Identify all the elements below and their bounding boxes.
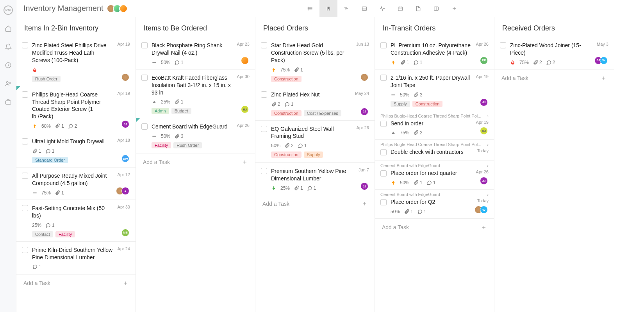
comment-count[interactable]: 1 (417, 209, 426, 214)
comment-count[interactable]: 2 (546, 60, 555, 65)
gantt-view-tab[interactable] (337, 0, 355, 17)
tag[interactable]: Rush Order (173, 142, 202, 148)
avatar[interactable]: SW (121, 155, 129, 162)
attachment-count[interactable]: 2 (413, 130, 423, 135)
avatar[interactable]: J (121, 187, 129, 195)
attachment-count[interactable]: 1 (32, 148, 41, 154)
avatar[interactable]: JJ (121, 120, 129, 128)
task-card[interactable]: Zinc-Plated Wood Joiner (15-Piece) May 3… (494, 37, 614, 70)
add-view-tab[interactable] (445, 0, 463, 17)
parent-reference[interactable]: Cement Board with EdgeGuard› (375, 161, 494, 168)
task-card[interactable]: All Purpose Ready-Mixed Joint Compound (… (16, 168, 136, 200)
add-task-button[interactable]: Add a Task (375, 219, 494, 236)
avatar[interactable]: JJ (360, 108, 368, 116)
task-card[interactable]: 2-1/16 in. x 250 ft. Paper Drywall Joint… (375, 70, 494, 111)
add-task-button[interactable]: Add a Task (255, 195, 375, 212)
header-avatars[interactable] (109, 4, 128, 13)
avatar[interactable]: PP (480, 57, 488, 64)
task-checkbox[interactable] (500, 42, 506, 48)
task-checkbox[interactable] (22, 138, 28, 144)
attachment-count[interactable]: 1 (404, 209, 413, 214)
comment-count[interactable]: 1 (45, 223, 55, 228)
kanban-board[interactable]: Items In 2-Bin Inventory Zinc Plated Ste… (16, 17, 644, 312)
task-card[interactable]: EcoBatt Kraft Faced Fiberglass Insulatio… (136, 70, 255, 119)
parent-reference[interactable]: Philips Bugle-Head Coarse Thread Sharp P… (375, 111, 494, 118)
task-checkbox[interactable] (22, 91, 28, 98)
task-checkbox[interactable] (141, 75, 148, 81)
app-logo[interactable]: PM (4, 5, 13, 15)
tag[interactable]: Rush Order (32, 76, 61, 82)
avatar[interactable]: JJ (480, 98, 488, 106)
avatar[interactable]: RJ (480, 127, 488, 135)
tag[interactable]: Standard Order (32, 157, 68, 163)
task-checkbox[interactable] (380, 121, 387, 127)
task-checkbox[interactable] (380, 42, 387, 48)
task-checkbox[interactable] (141, 123, 148, 130)
task-checkbox[interactable] (261, 168, 267, 174)
attachment-count[interactable]: 2 (271, 102, 280, 107)
comment-count[interactable]: 1 (32, 264, 41, 269)
comment-count[interactable]: 1 (426, 180, 436, 185)
tag[interactable]: Construction (271, 76, 301, 82)
task-card[interactable]: EQ Galvanized Steel Wall Framing Stud Ap… (255, 121, 375, 163)
subtask-card[interactable]: Place order for next quarter Apr 26 50%1… (375, 168, 494, 190)
add-task-button[interactable]: Add a Task (494, 70, 614, 87)
table-view-tab[interactable] (355, 0, 373, 17)
attachment-count[interactable]: 2 (284, 143, 294, 148)
attachment-count[interactable]: 2 (533, 60, 542, 65)
add-task-button[interactable]: Add a Task (136, 153, 255, 171)
avatar[interactable] (241, 57, 249, 64)
task-card[interactable]: Fast-Setting Concrete Mix (50 lbs) Apr 3… (16, 200, 136, 242)
task-card[interactable]: Star Drive Head Gold Construction Screw … (255, 37, 375, 86)
task-checkbox[interactable] (22, 173, 28, 179)
attachment-count[interactable]: 3 (174, 134, 184, 139)
tag[interactable]: Supply (304, 152, 323, 158)
board-view-tab[interactable] (319, 0, 337, 17)
task-card[interactable]: Zinc Plated Hex Nut May 24 21 Constructi… (255, 86, 375, 121)
comment-count[interactable]: 2 (68, 123, 77, 129)
comment-count[interactable]: 1 (284, 102, 294, 107)
task-checkbox[interactable] (261, 91, 267, 98)
subtask-card[interactable]: Double check with contractors Today (375, 147, 494, 161)
briefcase-icon[interactable] (5, 98, 12, 107)
tag[interactable]: Construction (271, 152, 301, 158)
task-checkbox[interactable] (380, 170, 387, 177)
bell-icon[interactable] (5, 43, 12, 52)
comment-count[interactable]: 1 (298, 143, 307, 148)
parent-reference[interactable]: Cement Board with EdgeGuard› (375, 190, 494, 197)
comment-count[interactable]: 1 (307, 185, 316, 191)
tag[interactable]: Facility (152, 142, 171, 148)
task-card[interactable]: Prime Kiln-Dried Southern Yellow Pine Di… (16, 242, 136, 275)
task-card[interactable]: UltraLight Mold Tough Drywall Apr 18 11 … (16, 133, 136, 168)
attachment-count[interactable]: 3 (413, 92, 423, 98)
task-card[interactable]: Premium Southern Yellow Pine Dimensional… (255, 163, 375, 195)
task-checkbox[interactable] (261, 126, 267, 132)
avatar[interactable] (360, 73, 368, 81)
panel-view-tab[interactable] (427, 0, 445, 17)
task-checkbox[interactable] (22, 247, 28, 253)
task-checkbox[interactable] (380, 149, 387, 155)
tag[interactable]: Supply (391, 101, 410, 107)
team-icon[interactable] (5, 80, 12, 88)
attachment-count[interactable]: 1 (413, 180, 423, 185)
tag[interactable]: Cost / Expenses (304, 110, 341, 116)
list-view-tab[interactable] (301, 0, 319, 17)
task-card[interactable]: PL Premium 10 oz. Polyurethane Construct… (375, 37, 494, 70)
home-icon[interactable] (5, 25, 12, 33)
subtask-card[interactable]: Send in order Apr 19 75%2RJ (375, 118, 494, 140)
comment-count[interactable]: 1 (174, 60, 184, 65)
activity-view-tab[interactable] (373, 0, 391, 17)
attachment-count[interactable]: 1 (55, 190, 64, 196)
task-checkbox[interactable] (380, 199, 387, 205)
tag[interactable]: Admn (152, 108, 169, 114)
avatar[interactable]: JJ (360, 182, 368, 190)
task-card[interactable]: Black Phosphate Ring Shank Drywall Nail … (136, 37, 255, 70)
avatar[interactable] (119, 4, 128, 13)
tag[interactable]: Budget (171, 108, 191, 114)
task-checkbox[interactable] (261, 42, 267, 48)
attachment-count[interactable]: 1 (174, 99, 184, 105)
task-card[interactable]: Cement Board with EdgeGuard Apr 26 50%3 … (136, 118, 255, 153)
calendar-view-tab[interactable] (391, 0, 409, 17)
avatar[interactable]: JJ (480, 177, 488, 185)
task-checkbox[interactable] (22, 42, 28, 48)
